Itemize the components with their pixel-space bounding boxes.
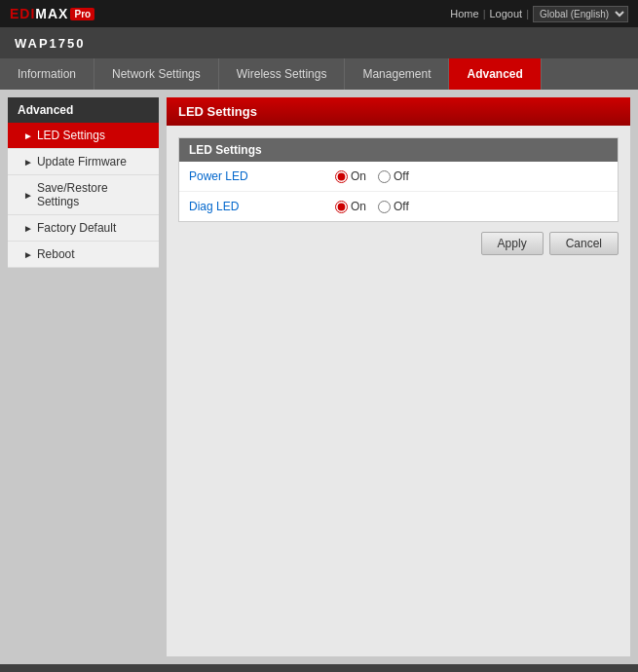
diag-led-off-option[interactable]: Off bbox=[378, 200, 409, 213]
power-led-off-radio[interactable] bbox=[378, 170, 391, 183]
diag-led-off-label: Off bbox=[394, 200, 409, 213]
logo-pro: Pro bbox=[70, 8, 94, 20]
sidebar-item-factory-default[interactable]: ► Factory Default bbox=[8, 215, 159, 242]
arrow-icon: ► bbox=[23, 249, 33, 260]
diag-led-label: Diag LED bbox=[189, 200, 335, 213]
power-led-radio-group: On Off bbox=[335, 169, 409, 183]
sep2: | bbox=[526, 8, 529, 19]
logo-edimax: EDIMAX bbox=[10, 6, 68, 21]
sidebar-label-save-restore: Save/Restore Settings bbox=[37, 181, 149, 208]
diag-led-off-radio[interactable] bbox=[378, 201, 391, 213]
logout-link[interactable]: Logout bbox=[489, 8, 522, 19]
content-area: LED Settings LED Settings Power LED On O… bbox=[167, 97, 630, 656]
diag-led-row: Diag LED On Off bbox=[179, 192, 618, 221]
sidebar-label-reboot: Reboot bbox=[37, 247, 75, 261]
content-inner: LED Settings Power LED On Off bbox=[167, 126, 630, 277]
settings-box: LED Settings Power LED On Off bbox=[178, 137, 619, 222]
power-led-off-label: Off bbox=[394, 169, 409, 183]
apply-button[interactable]: Apply bbox=[481, 232, 544, 255]
sidebar-label-led-settings: LED Settings bbox=[37, 129, 105, 142]
diag-led-on-label: On bbox=[351, 200, 366, 213]
sidebar-item-save-restore[interactable]: ► Save/Restore Settings bbox=[8, 175, 159, 215]
power-led-off-option[interactable]: Off bbox=[378, 169, 409, 183]
nav-item-wireless-settings[interactable]: Wireless Settings bbox=[219, 58, 346, 90]
top-bar: EDIMAX Pro Home | Logout | Global (Engli… bbox=[0, 0, 638, 27]
sidebar-label-update-firmware: Update Firmware bbox=[37, 155, 127, 168]
diag-led-on-option[interactable]: On bbox=[335, 200, 366, 213]
diag-led-on-radio[interactable] bbox=[335, 201, 348, 213]
sidebar-header: Advanced bbox=[8, 97, 159, 123]
sidebar-item-reboot[interactable]: ► Reboot bbox=[8, 242, 159, 268]
sidebar-item-led-settings[interactable]: ► LED Settings bbox=[8, 123, 159, 149]
arrow-icon: ► bbox=[23, 223, 33, 234]
arrow-icon: ► bbox=[23, 131, 33, 141]
cancel-button[interactable]: Cancel bbox=[549, 232, 619, 255]
main-layout: Advanced ► LED Settings ► Update Firmwar… bbox=[0, 90, 638, 664]
arrow-icon: ► bbox=[23, 190, 33, 201]
sidebar-label-factory-default: Factory Default bbox=[37, 221, 116, 235]
footer: Copyright 2014 © EDIMAX Technology Co., … bbox=[0, 664, 638, 672]
power-led-row: Power LED On Off bbox=[179, 162, 618, 192]
sep1: | bbox=[483, 8, 486, 19]
power-led-on-label: On bbox=[351, 169, 366, 183]
power-led-label: Power LED bbox=[189, 169, 335, 183]
top-links: Home | Logout | Global (English) bbox=[450, 6, 628, 22]
nav-bar: Information Network Settings Wireless Se… bbox=[0, 58, 638, 90]
power-led-on-option[interactable]: On bbox=[335, 169, 366, 183]
language-select[interactable]: Global (English) bbox=[533, 6, 628, 22]
sidebar-item-update-firmware[interactable]: ► Update Firmware bbox=[8, 149, 159, 175]
power-led-on-radio[interactable] bbox=[335, 170, 348, 183]
arrow-icon: ► bbox=[23, 157, 33, 168]
device-name: WAP1750 bbox=[15, 36, 86, 51]
nav-item-advanced[interactable]: Advanced bbox=[449, 58, 541, 90]
logo-area: EDIMAX Pro bbox=[10, 6, 94, 21]
button-row: Apply Cancel bbox=[178, 222, 619, 265]
diag-led-radio-group: On Off bbox=[335, 200, 409, 213]
settings-box-header: LED Settings bbox=[179, 138, 618, 162]
nav-item-network-settings[interactable]: Network Settings bbox=[94, 58, 219, 90]
content-header: LED Settings bbox=[167, 97, 630, 126]
home-link[interactable]: Home bbox=[450, 8, 478, 19]
sidebar: Advanced ► LED Settings ► Update Firmwar… bbox=[8, 97, 159, 656]
nav-item-information[interactable]: Information bbox=[0, 58, 94, 90]
device-bar: WAP1750 bbox=[0, 27, 638, 58]
nav-item-management[interactable]: Management bbox=[345, 58, 449, 90]
